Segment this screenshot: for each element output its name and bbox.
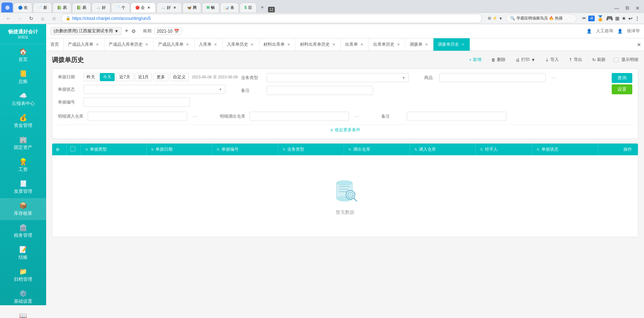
browser-tab-logo[interactable]: ⊕	[1, 2, 13, 12]
company-settings-btn[interactable]: ⚙	[131, 28, 136, 34]
browser-tab-3[interactable]: 📗 易	[53, 2, 71, 12]
page-tab-instock-history[interactable]: 入库单历史 ✕	[223, 38, 259, 51]
goods-more-icon[interactable]: ···	[551, 75, 556, 80]
browser-tab-2[interactable]: 📄 新	[33, 2, 52, 12]
refresh-btn[interactable]: ↻ 刷新	[589, 55, 609, 64]
col-header-handler[interactable]: ⇅ 经手人	[476, 144, 532, 155]
period-selector[interactable]: 2021-10 📅	[154, 28, 182, 35]
page-tab-transfer[interactable]: 调拨单 ✕	[405, 38, 433, 51]
table-checkbox-header[interactable]	[66, 144, 81, 155]
back-btn[interactable]: ←	[4, 14, 13, 23]
print-btn[interactable]: 🖨 打印 ▼	[512, 55, 539, 64]
date-btn-today[interactable]: 今天	[100, 73, 115, 81]
biztype-select[interactable]: ▼	[267, 73, 409, 82]
sidebar-item-payroll[interactable]: 👷 工资	[0, 154, 46, 176]
page-tab-outbound-history[interactable]: 出库单历史 ✕	[369, 38, 405, 51]
close-icon-outbound[interactable]: ✕	[359, 42, 364, 47]
col-header-no[interactable]: ⇅ 单据编号	[212, 144, 278, 155]
browser-tab-11[interactable]: 📊 各	[220, 2, 239, 12]
sidebar-item-settings[interactable]: ⚙️ 基础设置	[0, 286, 46, 308]
page-tab-home[interactable]: 首页	[46, 38, 64, 51]
col-header-in-warehouse[interactable]: ⇅ 调入仓库	[410, 144, 475, 155]
sidebar-item-finance[interactable]: 💰 资金管理	[0, 110, 46, 132]
date-btn-yesterday[interactable]: 昨天	[83, 73, 98, 81]
close-icon-transfer[interactable]: ✕	[424, 42, 429, 47]
browser-tab-10[interactable]: M 畅	[202, 2, 219, 12]
collapse-more-btn[interactable]: ∧ 收起更多条件	[58, 124, 632, 134]
company-selector[interactable]: (勿删勿禁用) 江西服宝测试专用 ▼	[50, 27, 122, 35]
note-input[interactable]	[267, 86, 373, 95]
page-tab-outbound[interactable]: 出库单 ✕	[341, 38, 369, 51]
close-icon-outbound-mat[interactable]: ✕	[286, 42, 291, 47]
sidebar-item-guide[interactable]: 📖 新手引导	[0, 308, 46, 318]
undo-icon[interactable]: ↩	[628, 16, 633, 21]
extensions-btn[interactable]: ⊞ ⚡ ▼	[488, 16, 503, 21]
delete-btn[interactable]: 🗑 删除	[488, 55, 509, 64]
display-toggle[interactable]: 显示明细	[613, 57, 638, 63]
browser-tab-6[interactable]: 📄 个	[111, 2, 130, 12]
translate-icon[interactable]: 译	[588, 16, 595, 21]
menu-icon[interactable]: ⋮	[635, 16, 640, 21]
theme-icon[interactable]: ☀	[622, 16, 626, 21]
close-icon-inbound-hist1[interactable]: ✕	[144, 42, 149, 47]
close-icon-outbound-hist[interactable]: ✕	[396, 42, 401, 47]
scissors-icon[interactable]: ✂	[582, 16, 586, 21]
search-bar[interactable]: 🔍 学霸应聘场驱鸟员 🔥 热搜	[506, 14, 577, 23]
export-btn[interactable]: ⤒ 导出	[565, 55, 586, 64]
close-icon-transfer-hist[interactable]: ✕	[460, 42, 465, 47]
sidebar-item-assets[interactable]: 🏢 固定资产	[0, 132, 46, 154]
bookmark-btn[interactable]: ☆	[50, 14, 58, 23]
page-tab-outbound-material[interactable]: 材料出库单 ✕	[259, 38, 296, 51]
forward-btn[interactable]: →	[16, 14, 24, 23]
browser-tab-5[interactable]: ☁️ 好	[92, 2, 110, 12]
consult-btn[interactable]: 人工咨询	[596, 28, 613, 34]
col-header-date[interactable]: ⇅ 单据日期	[146, 144, 212, 155]
gamepad-icon[interactable]: 🎮	[606, 15, 613, 22]
sidebar-item-ledger[interactable]: 📒 总账	[0, 66, 46, 88]
table-gear-header[interactable]: ⚙	[52, 144, 66, 155]
close-icon-tab8[interactable]: ✕	[172, 5, 177, 10]
page-tab-transfer-history[interactable]: 调拨单历史 ✕	[433, 38, 470, 51]
sidebar-item-invoice[interactable]: 🧾 发票管理	[0, 176, 46, 198]
out-warehouse-input[interactable]	[250, 112, 349, 121]
date-btn-custom[interactable]: 自定义	[170, 73, 189, 81]
close-icon-inbound1[interactable]: ✕	[95, 42, 100, 47]
close-all-tabs-btn[interactable]: ✕	[634, 42, 644, 48]
goods-input[interactable]	[439, 73, 546, 82]
apps-icon[interactable]: ⊞	[615, 16, 620, 21]
browser-tab-7[interactable]: 🔴 企 ✕	[131, 2, 156, 12]
page-tab-inbound2[interactable]: 产成品入库单 ✕	[154, 38, 195, 51]
sidebar-item-home[interactable]: 🏠 首页	[0, 44, 46, 66]
sidebar-item-tax[interactable]: 🏛️ 税务管理	[0, 220, 46, 242]
maximize-btn[interactable]: ⧉	[623, 4, 632, 12]
col-header-status[interactable]: ⇅ 单据状态	[532, 144, 598, 155]
close-icon-inbound2[interactable]: ✕	[185, 42, 190, 47]
new-tab-btn[interactable]: +	[257, 2, 267, 12]
close-icon-instock[interactable]: ✕	[213, 42, 218, 47]
close-icon-instock-hist[interactable]: ✕	[250, 42, 255, 47]
col-header-out-warehouse[interactable]: ⇅ 调出仓库	[344, 144, 410, 155]
home-btn[interactable]: ⌂	[38, 14, 47, 23]
close-window-btn[interactable]: ✕	[633, 4, 643, 12]
close-icon-outbound-mat-hist[interactable]: ✕	[331, 42, 336, 47]
date-btn-1month[interactable]: 近1月	[135, 73, 152, 81]
in-warehouse-input[interactable]	[88, 112, 187, 121]
in-warehouse-more-icon[interactable]: ···	[193, 113, 197, 119]
browser-tab-8[interactable]: ☁️ 好 ✕	[157, 2, 182, 12]
filter-settings-btn[interactable]: 设置	[612, 84, 632, 94]
browser-tab-1[interactable]: 🔵 在	[13, 2, 32, 12]
col-header-biztype[interactable]: ⇅ 业务类型	[278, 144, 344, 155]
page-tab-inbound-history1[interactable]: 产成品入库单历史 ✕	[104, 38, 154, 51]
import-btn[interactable]: ⤓ 导入	[542, 55, 562, 64]
close-icon-tab7[interactable]: ✕	[146, 5, 151, 10]
new-btn[interactable]: + + 新增 新增	[465, 55, 485, 64]
date-btn-7days[interactable]: 近7天	[116, 73, 133, 81]
sidebar-item-closing[interactable]: 📝 结账	[0, 242, 46, 264]
browser-tab-9[interactable]: 🦋 腾	[182, 2, 201, 12]
add-company-btn[interactable]: +	[125, 27, 129, 35]
note2-input[interactable]	[407, 112, 506, 121]
sidebar-item-inventory[interactable]: 📦 库存核算	[0, 198, 46, 220]
address-bar[interactable]: 🔒 https://cloud.chanjet.com/accounting/u…	[61, 14, 482, 23]
date-btn-more[interactable]: 更多	[153, 73, 168, 81]
sidebar-item-archive[interactable]: 📁 归档管理	[0, 264, 46, 286]
